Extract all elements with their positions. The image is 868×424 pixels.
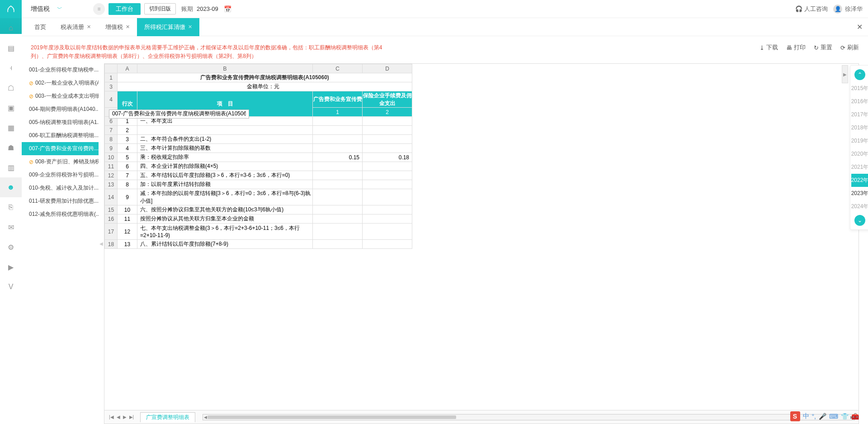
period-value[interactable]: 2023-09	[197, 5, 218, 12]
form-list-item[interactable]: 004-期间费用明细表(A1040...	[22, 103, 99, 116]
row-header[interactable]: 8	[105, 135, 118, 144]
collapse-handle[interactable]: ◀	[99, 63, 104, 424]
ime-toolbar[interactable]: S 中 °, 🎤 ⌨ 👕 🧰	[790, 411, 859, 421]
table-row[interactable]: 1510六、按照分摊协议归集至其他关联方的金额(10≤3与6孰小值)	[105, 205, 412, 214]
row-header[interactable]: 13	[105, 180, 118, 189]
form-list-item[interactable]: 005-纳税调整项目明细表(A1...	[22, 116, 99, 129]
table-row[interactable]: 116四、本企业计算的扣除限额(4×5)	[105, 162, 412, 171]
form-list-item[interactable]: 010-免税、减计收入及加计...	[22, 181, 99, 195]
year-item[interactable]: 2020年	[851, 148, 868, 161]
form-list-item[interactable]: 009-企业所得税弥补亏损明...	[22, 168, 99, 181]
data-cell-d[interactable]	[363, 240, 412, 249]
data-cell-c[interactable]	[313, 117, 363, 126]
nav-video-icon[interactable]: ▶	[0, 257, 22, 277]
row-number-cell[interactable]: 8	[118, 180, 137, 189]
year-item[interactable]: 2022年	[851, 174, 868, 187]
row-number-cell[interactable]: 12	[118, 224, 137, 240]
data-cell-d[interactable]	[363, 135, 412, 144]
sheet-nav[interactable]: |◀◀▶▶|	[108, 414, 135, 419]
data-cell-c[interactable]	[313, 126, 363, 135]
col-header-d[interactable]: D	[363, 64, 412, 73]
table-row[interactable]: 1813八、累计结转以后年度扣除额(7+8-9)	[105, 240, 412, 249]
row-number-cell[interactable]: 4	[118, 144, 137, 153]
data-cell-d[interactable]	[363, 214, 412, 224]
form-list-item[interactable]: 001-企业所得税年度纳税申...	[22, 63, 99, 76]
col-header-a[interactable]: A	[118, 64, 137, 73]
row-label-cell[interactable]: 按照分摊协议从其他关联方归集至本企业的金额	[137, 214, 313, 224]
ime-logo-icon[interactable]: S	[790, 411, 800, 421]
row-number-cell[interactable]: 6	[118, 162, 137, 171]
form-list-item[interactable]: ⊘008-资产折旧、摊销及纳税...	[22, 155, 99, 168]
row-header[interactable]: 11	[105, 162, 118, 171]
table-row[interactable]: 1712七、本年支出纳税调整金额(3＞6，本行=2+3-6+10-11；3≤6，…	[105, 224, 412, 240]
data-cell-d[interactable]	[363, 126, 412, 135]
module-dropdown-icon[interactable]: ﹀	[57, 5, 90, 13]
table-row[interactable]: 138加：以前年度累计结转扣除额	[105, 180, 412, 189]
download-button[interactable]: ⤓ 下载	[760, 43, 778, 52]
row-label-cell[interactable]: 二、本年符合条件的支出(1-2)	[137, 135, 313, 144]
row-number-cell[interactable]: 9	[118, 189, 137, 205]
data-cell-d[interactable]	[363, 205, 412, 214]
data-cell-d[interactable]	[363, 180, 412, 189]
row-label-cell[interactable]: 四、本企业计算的扣除限额(4×5)	[137, 162, 313, 171]
data-cell-c[interactable]	[313, 171, 363, 180]
ime-mic-icon[interactable]: 🎤	[819, 413, 826, 420]
nav-home-icon[interactable]: ⌂	[0, 18, 22, 38]
row-label-cell[interactable]: 减：本年扣除的以前年度结转额[3＞6，本行=0；3≤6，本行=8与(6-3)孰小…	[137, 189, 313, 205]
reset-button[interactable]: ↻ 重置	[814, 43, 832, 52]
form-list-item[interactable]: ⊘002-一般企业收入明细表(A...	[22, 76, 99, 90]
data-cell-d[interactable]	[363, 117, 412, 126]
expand-marker[interactable]: ▶	[842, 65, 848, 83]
nav-v-icon[interactable]: V	[0, 277, 22, 297]
support-link[interactable]: 🎧 人工咨询	[795, 5, 828, 13]
row-number-cell[interactable]: 3	[118, 135, 137, 144]
year-item[interactable]: 2016年	[851, 95, 868, 108]
nav-inbox-icon[interactable]: ✉	[0, 217, 22, 237]
calendar-icon[interactable]: 📅	[224, 5, 231, 13]
tab-home[interactable]: 首页	[27, 18, 53, 36]
row-header[interactable]: 14	[105, 189, 118, 205]
close-icon[interactable]: ✕	[188, 24, 192, 30]
row-label-cell[interactable]: 三、本年计算扣除限额的基数	[137, 144, 313, 153]
data-cell-d[interactable]	[363, 224, 412, 240]
data-cell-c[interactable]	[313, 180, 363, 189]
user-menu[interactable]: 👤 徐泽华	[833, 5, 863, 14]
data-cell-c[interactable]	[313, 135, 363, 144]
ime-keyboard-icon[interactable]: ⌨	[829, 413, 838, 420]
nav-tax-icon[interactable]: ☻	[0, 177, 22, 197]
data-cell-d[interactable]	[363, 162, 412, 171]
form-list-item[interactable]: 012-减免所得税优惠明细表(...	[22, 208, 99, 221]
sheet-tab[interactable]: 广宣费调整明细表	[140, 412, 195, 422]
row-header[interactable]: 15	[105, 205, 118, 214]
table-row[interactable]: 72	[105, 126, 412, 135]
form-list-item[interactable]: 006-职工薪酬纳税调整明细...	[22, 129, 99, 142]
row-header[interactable]: 10	[105, 153, 118, 162]
row-header[interactable]: 17	[105, 224, 118, 240]
close-icon[interactable]: ✕	[126, 24, 130, 30]
col-header-c[interactable]: C	[313, 64, 363, 73]
ime-lang[interactable]: 中	[803, 412, 809, 420]
print-button[interactable]: 🖶 打印	[786, 43, 806, 52]
tab-income-tax[interactable]: 所得税汇算清缴✕	[137, 18, 199, 36]
workspace-button[interactable]: 工作台	[108, 3, 141, 15]
col-header-b[interactable]: B	[137, 64, 313, 73]
nav-bag-icon[interactable]: ☖	[0, 78, 22, 98]
ime-punct-icon[interactable]: °,	[812, 413, 816, 420]
row-label-cell[interactable]: 六、按照分摊协议归集至其他关联方的金额(10≤3与6孰小值)	[137, 205, 313, 214]
year-item[interactable]: 2017年	[851, 108, 868, 121]
year-item[interactable]: 2023年	[851, 187, 868, 200]
row-label-cell[interactable]: 七、本年支出纳税调整金额(3＞6，本行=2+3-6+10-11；3≤6，本行=2…	[137, 224, 313, 240]
table-row[interactable]: 94三、本年计算扣除限额的基数	[105, 144, 412, 153]
nav-clipboard-icon[interactable]: ▣	[0, 98, 22, 118]
row-header[interactable]: 18	[105, 240, 118, 249]
ime-skin-icon[interactable]: 👕	[841, 413, 849, 420]
table-row[interactable]: 105乘：税收规定扣除率0.150.18	[105, 153, 412, 162]
row-number-cell[interactable]: 5	[118, 153, 137, 162]
row-label-cell[interactable]: 加：以前年度累计结转扣除额	[137, 180, 313, 189]
row-header[interactable]: 7	[105, 126, 118, 135]
data-cell-d[interactable]	[363, 144, 412, 153]
data-cell-c[interactable]	[313, 214, 363, 224]
refresh-button[interactable]: ⟳ 刷新	[840, 43, 859, 52]
year-item[interactable]: 2015年	[851, 82, 868, 95]
row-label-cell[interactable]	[137, 126, 313, 135]
